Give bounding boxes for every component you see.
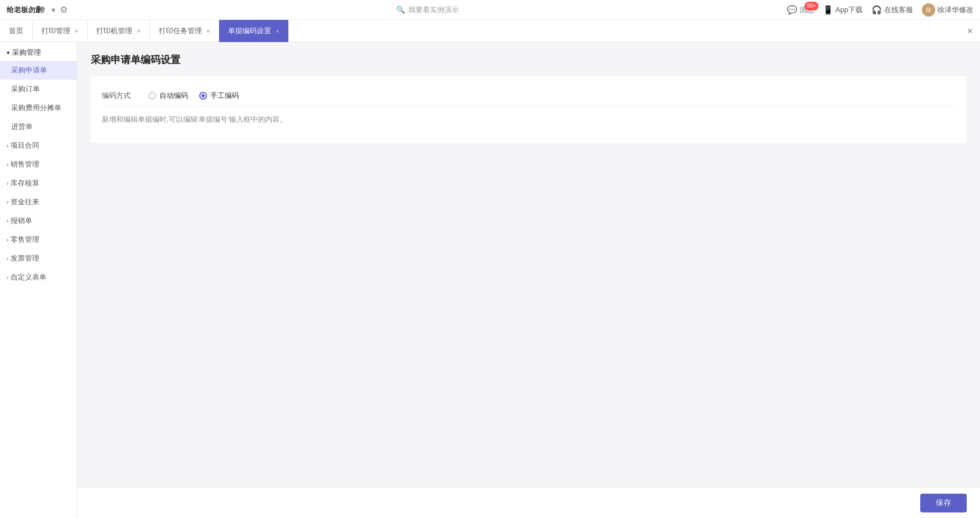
sidebar-group-sales-mgmt[interactable]: › 销售管理 xyxy=(0,155,77,174)
radio-auto-label: 自动编码 xyxy=(159,91,188,101)
encoding-card: 编码方式 自动编码 手工编码 新增和编辑单据编时,可以编辑'单据编号'输入框中的… xyxy=(91,76,967,143)
page-title: 采购申请单编码设置 xyxy=(91,53,967,66)
radio-manual[interactable]: 手工编码 xyxy=(199,91,239,101)
online-service-label: 在线客服 xyxy=(884,5,913,15)
close-all-button[interactable]: ✕ xyxy=(967,27,973,35)
sidebar-group-project-label: 项目合同 xyxy=(11,141,39,151)
search-bar[interactable]: 🔍 我要看实例演示 xyxy=(396,5,459,15)
sidebar-item-goods-receipt-label: 进货单 xyxy=(11,122,33,131)
sidebar-group-invoice-label: 发票管理 xyxy=(11,253,39,263)
arrow-right-icon-capital: › xyxy=(7,199,8,205)
tab-print-mgmt-label: 打印管理 xyxy=(42,26,70,36)
tab-print-task-close[interactable]: × xyxy=(206,28,210,34)
settings-icon[interactable]: ⚙ xyxy=(60,4,68,15)
encoding-label: 编码方式 xyxy=(102,91,135,101)
tab-print-task[interactable]: 打印任务管理 × xyxy=(150,20,219,42)
message-badge: 99+ xyxy=(805,2,818,11)
sidebar-group-capital-label: 资金往来 xyxy=(11,197,39,207)
main-layout: ▾ 采购管理 采购申请单 采购订单 采购费用分摊单 进货单 › 项目合同 › 销… xyxy=(0,42,980,518)
sidebar-group-retail[interactable]: › 零售管理 xyxy=(0,230,77,249)
sidebar-group-custom-label: 自定义表单 xyxy=(11,272,46,282)
encoding-row: 编码方式 自动编码 手工编码 xyxy=(102,85,956,107)
tab-print-task-label: 打印任务管理 xyxy=(159,26,202,36)
app-download-label: App下载 xyxy=(836,5,863,15)
sidebar-group-retail-label: 零售管理 xyxy=(11,235,39,245)
sidebar-group-returns[interactable]: › 报销单 xyxy=(0,211,77,230)
tab-print-mgmt-close[interactable]: × xyxy=(75,28,78,34)
sidebar-group-purchase-label: 采购管理 xyxy=(12,48,41,58)
tab-printer-mgmt-label: 打印机管理 xyxy=(96,26,132,36)
tab-home-label: 首页 xyxy=(9,26,23,36)
sidebar-item-goods-receipt[interactable]: 进货单 xyxy=(0,117,77,136)
avatar: 徐 xyxy=(922,3,935,17)
sidebar-item-purchase-request-label: 采购申请单 xyxy=(11,66,47,74)
top-bar-icons: ▾ ⚙ xyxy=(51,4,68,15)
sidebar-group-custom-forms[interactable]: › 自定义表单 xyxy=(0,268,77,287)
sidebar-item-purchase-request[interactable]: 采购申请单 xyxy=(0,61,77,80)
message-button[interactable]: 💬 消息 99+ xyxy=(787,5,814,15)
arrow-right-icon-custom: › xyxy=(7,274,8,281)
top-bar: 给老板勿删! ▾ ⚙ 🔍 我要看实例演示 💬 消息 99+ 📱 App下载 🎧 … xyxy=(0,0,980,20)
online-service-button[interactable]: 🎧 在线客服 xyxy=(872,5,913,15)
sidebar-group-capital[interactable]: › 资金往来 xyxy=(0,193,77,211)
radio-auto-circle xyxy=(148,92,156,100)
radio-group: 自动编码 手工编码 xyxy=(148,91,239,101)
brand-text: 给老板勿删! xyxy=(7,5,45,15)
app-download-button[interactable]: 📱 App下载 xyxy=(823,5,863,15)
app-icon: 📱 xyxy=(823,5,833,15)
save-button[interactable]: 保存 xyxy=(920,494,967,512)
tab-single-barcode-label: 单据编码设置 xyxy=(228,26,271,36)
search-text: 我要看实例演示 xyxy=(408,5,459,15)
radio-manual-circle xyxy=(199,92,207,100)
sidebar-group-invoice[interactable]: › 发票管理 xyxy=(0,249,77,268)
content-footer: 保存 xyxy=(77,487,980,518)
sidebar-group-inventory-label: 库存核算 xyxy=(11,178,39,188)
content-area: 采购申请单编码设置 编码方式 自动编码 手工编码 xyxy=(77,42,980,518)
tab-single-barcode[interactable]: 单据编码设置 × xyxy=(219,20,288,42)
tab-print-mgmt[interactable]: 打印管理 × xyxy=(33,20,87,42)
radio-manual-label: 手工编码 xyxy=(210,91,239,101)
sidebar-group-project-contract[interactable]: › 项目合同 xyxy=(0,136,77,155)
dropdown-icon[interactable]: ▾ xyxy=(51,6,55,14)
arrow-down-icon: ▾ xyxy=(7,49,10,56)
sidebar-item-purchase-order-label: 采购订单 xyxy=(11,85,40,93)
content-inner: 采购申请单编码设置 编码方式 自动编码 手工编码 xyxy=(77,42,980,487)
tab-printer-mgmt-close[interactable]: × xyxy=(137,28,140,34)
radio-auto[interactable]: 自动编码 xyxy=(148,91,188,101)
service-icon: 🎧 xyxy=(872,5,882,15)
top-bar-left: 给老板勿删! ▾ ⚙ xyxy=(7,4,68,15)
message-icon: 💬 xyxy=(787,5,797,15)
arrow-right-icon-returns: › xyxy=(7,218,8,224)
arrow-right-icon-inventory: › xyxy=(7,180,8,187)
search-icon: 🔍 xyxy=(396,6,405,14)
arrow-right-icon-retail: › xyxy=(7,237,8,243)
sidebar-item-purchase-expense[interactable]: 采购费用分摊单 xyxy=(0,99,77,117)
arrow-right-icon-project: › xyxy=(7,143,8,149)
user-name: 徐泽华修改 xyxy=(937,5,973,15)
tab-bar: 首页 打印管理 × 打印机管理 × 打印任务管理 × 单据编码设置 × ✕ xyxy=(0,20,980,42)
sidebar-group-sales-label: 销售管理 xyxy=(11,159,39,169)
sidebar-item-purchase-order[interactable]: 采购订单 xyxy=(0,80,77,99)
sidebar: ▾ 采购管理 采购申请单 采购订单 采购费用分摊单 进货单 › 项目合同 › 销… xyxy=(0,42,77,518)
arrow-right-icon-sales: › xyxy=(7,162,8,168)
top-bar-right: 💬 消息 99+ 📱 App下载 🎧 在线客服 徐 徐泽华修改 xyxy=(787,3,973,17)
tab-printer-mgmt[interactable]: 打印机管理 × xyxy=(87,20,149,42)
sidebar-group-returns-label: 报销单 xyxy=(11,216,32,226)
hint-text: 新增和编辑单据编时,可以编辑'单据编号'输入框中的内容。 xyxy=(102,115,956,125)
tab-home[interactable]: 首页 xyxy=(0,20,33,42)
arrow-right-icon-invoice: › xyxy=(7,256,8,262)
tab-single-barcode-close[interactable]: × xyxy=(276,28,279,34)
sidebar-group-purchase[interactable]: ▾ 采购管理 xyxy=(0,42,77,61)
sidebar-group-inventory[interactable]: › 库存核算 xyxy=(0,174,77,193)
user-menu[interactable]: 徐 徐泽华修改 xyxy=(922,3,973,17)
sidebar-item-purchase-expense-label: 采购费用分摊单 xyxy=(11,103,61,112)
